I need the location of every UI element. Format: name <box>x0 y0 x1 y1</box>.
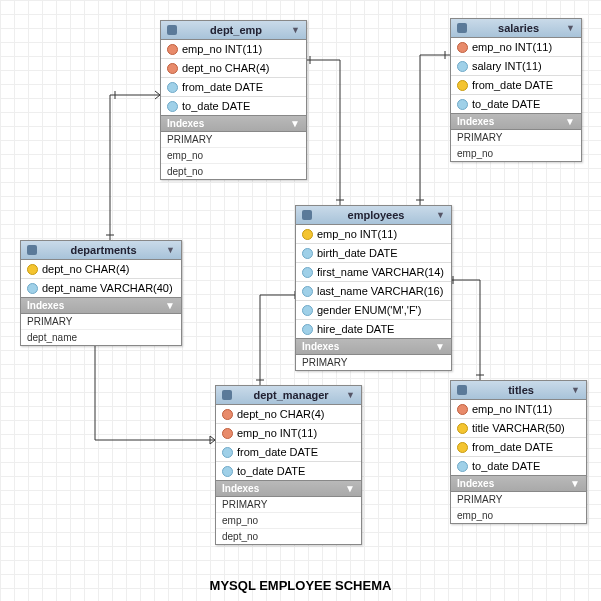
column-def: emp_no INT(11) <box>317 228 397 240</box>
chevron-down-icon: ▼ <box>435 341 445 352</box>
column-row[interactable]: from_date DATE <box>161 78 306 97</box>
column-row[interactable]: dept_no CHAR(4) <box>216 405 361 424</box>
indexes-header[interactable]: Indexes▼ <box>216 480 361 497</box>
column-def: from_date DATE <box>237 446 318 458</box>
column-def: from_date DATE <box>182 81 263 93</box>
fk-icon <box>167 63 178 74</box>
index-item[interactable]: emp_no <box>451 146 581 161</box>
index-item[interactable]: emp_no <box>216 513 361 529</box>
table-employees[interactable]: employees▼ emp_no INT(11)birth_date DATE… <box>295 205 452 371</box>
index-item[interactable]: PRIMARY <box>451 492 586 508</box>
index-item[interactable]: PRIMARY <box>216 497 361 513</box>
column-row[interactable]: birth_date DATE <box>296 244 451 263</box>
column-row[interactable]: from_date DATE <box>451 438 586 457</box>
column-row[interactable]: title VARCHAR(50) <box>451 419 586 438</box>
column-def: first_name VARCHAR(14) <box>317 266 444 278</box>
field-icon <box>222 466 233 477</box>
key-icon <box>302 229 313 240</box>
column-row[interactable]: dept_no CHAR(4) <box>21 260 181 279</box>
fk-icon <box>222 428 233 439</box>
diagram-caption: MYSQL EMPLOYEE SCHEMA <box>0 578 601 593</box>
indexes-header[interactable]: Indexes▼ <box>451 475 586 492</box>
key-icon <box>457 442 468 453</box>
field-icon <box>457 99 468 110</box>
field-icon <box>302 286 313 297</box>
column-row[interactable]: to_date DATE <box>451 95 581 113</box>
column-row[interactable]: hire_date DATE <box>296 320 451 338</box>
table-header[interactable]: titles▼ <box>451 381 586 400</box>
column-def: to_date DATE <box>472 460 540 472</box>
column-row[interactable]: emp_no INT(11) <box>296 225 451 244</box>
field-icon <box>167 101 178 112</box>
table-departments[interactable]: departments▼ dept_no CHAR(4)dept_name VA… <box>20 240 182 346</box>
table-header[interactable]: dept_emp▼ <box>161 21 306 40</box>
field-icon <box>457 61 468 72</box>
column-row[interactable]: gender ENUM('M','F') <box>296 301 451 320</box>
chevron-down-icon: ▼ <box>571 385 580 395</box>
index-item[interactable]: emp_no <box>451 508 586 523</box>
indexes-header[interactable]: Indexes▼ <box>451 113 581 130</box>
chevron-down-icon: ▼ <box>436 210 445 220</box>
table-header[interactable]: salaries▼ <box>451 19 581 38</box>
table-titles[interactable]: titles▼ emp_no INT(11)title VARCHAR(50)f… <box>450 380 587 524</box>
table-header[interactable]: dept_manager▼ <box>216 386 361 405</box>
fk-icon <box>457 404 468 415</box>
index-item[interactable]: PRIMARY <box>296 355 451 370</box>
column-def: emp_no INT(11) <box>237 427 317 439</box>
index-item[interactable]: dept_no <box>216 529 361 544</box>
index-item[interactable]: dept_name <box>21 330 181 345</box>
column-def: last_name VARCHAR(16) <box>317 285 443 297</box>
table-title: dept_manager <box>253 389 328 401</box>
column-def: from_date DATE <box>472 79 553 91</box>
index-item[interactable]: emp_no <box>161 148 306 164</box>
column-def: dept_name VARCHAR(40) <box>42 282 173 294</box>
indexes-header[interactable]: Indexes▼ <box>161 115 306 132</box>
er-diagram: dept_emp▼ emp_no INT(11)dept_no CHAR(4)f… <box>0 0 601 601</box>
column-row[interactable]: from_date DATE <box>216 443 361 462</box>
key-icon <box>457 80 468 91</box>
fk-icon <box>167 44 178 55</box>
table-header[interactable]: employees▼ <box>296 206 451 225</box>
table-dept-manager[interactable]: dept_manager▼ dept_no CHAR(4)emp_no INT(… <box>215 385 362 545</box>
column-row[interactable]: emp_no INT(11) <box>161 40 306 59</box>
indexes-header[interactable]: Indexes▼ <box>21 297 181 314</box>
column-def: to_date DATE <box>237 465 305 477</box>
key-icon <box>27 264 38 275</box>
column-row[interactable]: last_name VARCHAR(16) <box>296 282 451 301</box>
column-def: to_date DATE <box>472 98 540 110</box>
column-def: gender ENUM('M','F') <box>317 304 421 316</box>
column-row[interactable]: emp_no INT(11) <box>216 424 361 443</box>
index-item[interactable]: PRIMARY <box>451 130 581 146</box>
chevron-down-icon: ▼ <box>345 483 355 494</box>
column-row[interactable]: salary INT(11) <box>451 57 581 76</box>
column-row[interactable]: dept_no CHAR(4) <box>161 59 306 78</box>
table-salaries[interactable]: salaries▼ emp_no INT(11)salary INT(11)fr… <box>450 18 582 162</box>
column-row[interactable]: to_date DATE <box>161 97 306 115</box>
column-def: title VARCHAR(50) <box>472 422 565 434</box>
index-item[interactable]: PRIMARY <box>21 314 181 330</box>
column-def: dept_no CHAR(4) <box>42 263 129 275</box>
column-row[interactable]: first_name VARCHAR(14) <box>296 263 451 282</box>
column-row[interactable]: from_date DATE <box>451 76 581 95</box>
table-header[interactable]: departments▼ <box>21 241 181 260</box>
field-icon <box>167 82 178 93</box>
field-icon <box>302 248 313 259</box>
column-def: emp_no INT(11) <box>472 403 552 415</box>
indexes-header[interactable]: Indexes▼ <box>296 338 451 355</box>
table-dept-emp[interactable]: dept_emp▼ emp_no INT(11)dept_no CHAR(4)f… <box>160 20 307 180</box>
table-title: employees <box>348 209 405 221</box>
chevron-down-icon: ▼ <box>165 300 175 311</box>
index-item[interactable]: dept_no <box>161 164 306 179</box>
column-row[interactable]: to_date DATE <box>216 462 361 480</box>
column-def: birth_date DATE <box>317 247 398 259</box>
column-def: salary INT(11) <box>472 60 542 72</box>
table-title: titles <box>508 384 534 396</box>
column-row[interactable]: to_date DATE <box>451 457 586 475</box>
field-icon <box>222 447 233 458</box>
column-row[interactable]: emp_no INT(11) <box>451 38 581 57</box>
column-row[interactable]: emp_no INT(11) <box>451 400 586 419</box>
fk-icon <box>457 42 468 53</box>
column-row[interactable]: dept_name VARCHAR(40) <box>21 279 181 297</box>
index-item[interactable]: PRIMARY <box>161 132 306 148</box>
chevron-down-icon: ▼ <box>166 245 175 255</box>
